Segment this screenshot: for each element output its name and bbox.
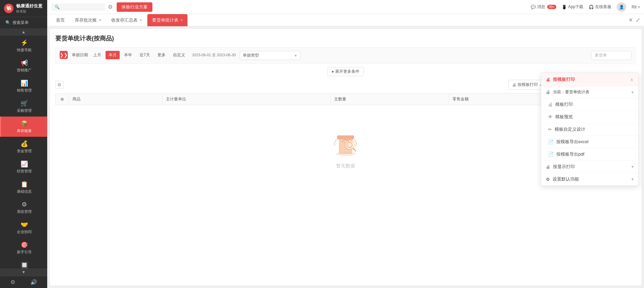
sidebar-item-basic[interactable]: 📋 基础信息 <box>0 177 47 197</box>
date-btn-this-month[interactable]: 本月 <box>106 51 120 59</box>
date-options: 上月 本月 本年 近7天 更多 自定义 <box>90 51 188 59</box>
order-filter-input[interactable]: 要货单 <box>591 51 632 60</box>
template-print-label: 模板打印 <box>555 101 573 107</box>
sidebar-item-label: 基础信息 <box>17 189 32 194</box>
template-preview-icon: 👁 <box>548 114 553 120</box>
dropdown-item-export-pdf[interactable]: 📄 按模板导出pdf <box>541 148 638 161</box>
type-filter-select[interactable]: 单据类型 ▾ <box>240 51 300 60</box>
type-filter-label: 单据类型 <box>243 53 259 58</box>
display-print-label: 按显示打印 <box>553 164 575 170</box>
tab-inventory-batch-label: 库存批次账 <box>75 17 97 23</box>
phone-icon: 📱 <box>562 5 567 9</box>
tab-home-label: 首页 <box>56 17 65 23</box>
date-filter-group: 单据日期 上月 本月 本年 近7天 更多 自定义 2023-06-01 至 20… <box>72 51 236 59</box>
dropdown-item-template-design[interactable]: ✏ 模板自定义设计 <box>541 123 638 136</box>
tab-close-all-icon[interactable]: ✕ <box>628 17 633 23</box>
user-avatar[interactable]: 👤 <box>617 2 626 12</box>
dropdown-title: 按模板打印 <box>553 76 575 83</box>
topbar-settings-icon[interactable]: ⚙ <box>108 4 113 10</box>
table-settings-icon[interactable]: ⚙ <box>55 81 63 89</box>
date-btn-last-month[interactable]: 上月 <box>90 51 104 59</box>
sidebar-item-sales[interactable]: 📊 销售管理 <box>0 76 47 96</box>
tab-collect-summary[interactable]: 收发存汇总表 × <box>107 14 147 26</box>
table-col-product: 商品 <box>69 94 163 105</box>
dropdown-panel: 🖨 按模板打印 ∧ 🖨 当前：要货单统计表 ▾ <box>541 73 639 186</box>
sidebar-logo: 畅 畅康通好生意 标准版 <box>0 0 47 17</box>
sidebar-item-inventory[interactable]: 📦 库存核算 <box>0 117 47 137</box>
tab-expand-icon[interactable]: ⤢ <box>636 17 640 23</box>
date-btn-this-year[interactable]: 本年 <box>121 51 135 59</box>
message-icon: 💬 <box>531 5 536 9</box>
tab-inventory-batch-close[interactable]: × <box>99 18 101 23</box>
table-col-quantity: 主数量 <box>330 94 449 105</box>
expand-more-button[interactable]: ▾ 展开更多条件 <box>327 67 364 76</box>
sidebar-item-guide[interactable]: 🎯 新手引导 <box>0 238 47 258</box>
dropdown-collapse-icon[interactable]: ∧ <box>630 77 634 82</box>
expand-more-label: 展开更多条件 <box>335 69 359 74</box>
username-display[interactable]: Rit ▾ <box>632 5 640 9</box>
dropdown-item-left: ✏ 模板自定义设计 <box>548 126 585 132</box>
topbar-right: 💬 消息 99+ 📱 App下载 🎧 在线客服 👤 Rit ▾ <box>531 2 640 12</box>
empty-text: 暂无数据 <box>336 163 355 169</box>
tab-order-stats-close[interactable]: × <box>180 18 183 23</box>
date-btn-custom[interactable]: 自定义 <box>170 51 188 59</box>
topbar: 🔍 ⚙ 体验行业方案 💬 消息 99+ 📱 App下载 🎧 在线客服 👤 <box>47 0 644 14</box>
tab-order-stats-label: 要货单统计表 <box>152 17 178 23</box>
trial-button[interactable]: 体验行业方案 <box>117 2 152 12</box>
print-button[interactable]: 🖨 按模板打印 ▲ <box>508 80 546 90</box>
sidebar-item-collab[interactable]: 🤝 企业协同 <box>0 218 47 238</box>
sidebar: 畅 畅康通好生意 标准版 🔍 搜索菜单 ▲ ⚡ 快捷导航 📢 营销推广 📊 销售… <box>0 0 47 288</box>
sidebar-item-purchase[interactable]: 🛒 采购管理 <box>0 96 47 117</box>
sidebar-item-marketing[interactable]: 📢 营销推广 <box>0 56 47 76</box>
tab-inventory-batch[interactable]: 库存批次账 × <box>70 14 106 26</box>
search-icon: 🔍 <box>5 20 10 25</box>
sidebar-item-operations[interactable]: 📈 经营管理 <box>0 157 47 177</box>
dropdown-item-template-print[interactable]: 🖨 模板打印 <box>541 98 638 111</box>
current-print-icon: 🖨 <box>546 90 550 95</box>
print-header-icon: 🖨 <box>546 77 550 82</box>
dropdown-header-left: 🖨 按模板打印 <box>546 76 575 83</box>
sidebar-scroll-down[interactable]: ▼ <box>0 268 47 276</box>
topbar-search-icon: 🔍 <box>55 5 60 9</box>
expand-down-icon: ▾ <box>332 69 334 74</box>
tab-order-stats[interactable]: 要货单统计表 × <box>147 14 187 26</box>
topbar-search[interactable]: 🔍 <box>51 3 105 11</box>
basic-icon: 📋 <box>21 181 28 188</box>
online-support-button[interactable]: 🎧 在线客服 <box>589 4 611 10</box>
filter-toggle-icon[interactable]: ❯❯ <box>60 51 68 59</box>
settings-bottom-icon[interactable]: ⚙ <box>10 279 15 285</box>
sound-icon[interactable]: 🔊 <box>30 279 37 285</box>
table-col-checkbox: ⚙ <box>56 94 69 105</box>
dropdown-item-export-excel[interactable]: 📄 按模板导出excel <box>541 136 638 148</box>
app-name: 畅康通好生意 <box>16 3 42 9</box>
dropdown-display-print[interactable]: 🖨 按显示打印 ▾ <box>541 161 638 173</box>
finance-icon: 💰 <box>21 140 28 148</box>
dropdown-current-item[interactable]: 🖨 当前：要货单统计表 ▾ <box>541 86 638 98</box>
dropdown-item-left: 👁 模板预览 <box>548 114 573 120</box>
sidebar-item-label: 快捷导航 <box>17 47 32 53</box>
sidebar-search[interactable]: 🔍 搜索菜单 <box>0 17 47 28</box>
main-content: 🔍 ⚙ 体验行业方案 💬 消息 99+ 📱 App下载 🎧 在线客服 👤 <box>47 0 644 288</box>
sidebar-item-label: 企业协同 <box>17 229 32 234</box>
default-func-label: 设置默认功能 <box>553 176 579 182</box>
dropdown-current-left: 🖨 当前：要货单统计表 <box>546 89 589 95</box>
dropdown-default-func[interactable]: ⚙ 设置默认功能 ▾ <box>541 173 638 186</box>
sidebar-scroll-up[interactable]: ▲ <box>0 28 47 36</box>
messages-button[interactable]: 💬 消息 99+ <box>531 4 556 10</box>
sidebar-item-quick-nav[interactable]: ⚡ 快捷导航 <box>0 36 47 56</box>
sidebar-item-finance[interactable]: 💰 资金管理 <box>0 137 47 157</box>
search-input[interactable] <box>61 5 101 9</box>
sidebar-item-apps[interactable]: 🔲 应用中心 <box>0 258 47 268</box>
tab-home[interactable]: 首页 <box>51 14 69 26</box>
dropdown-header: 🖨 按模板打印 ∧ <box>541 73 638 86</box>
app-download-button[interactable]: 📱 App下载 <box>562 4 583 10</box>
default-func-arrow: ▾ <box>632 177 634 182</box>
display-print-icon: 🖨 <box>546 164 550 169</box>
dropdown-item-template-preview[interactable]: 👁 模板预览 <box>541 111 638 123</box>
date-btn-7days[interactable]: 近7天 <box>137 51 153 59</box>
print-icon: 🖨 <box>512 83 516 87</box>
date-btn-more[interactable]: 更多 <box>154 51 169 59</box>
tab-collect-summary-close[interactable]: × <box>140 18 142 23</box>
sidebar-item-system[interactable]: ⚙ 系统管理 <box>0 197 47 218</box>
sidebar-item-label: 新手引导 <box>17 250 32 255</box>
